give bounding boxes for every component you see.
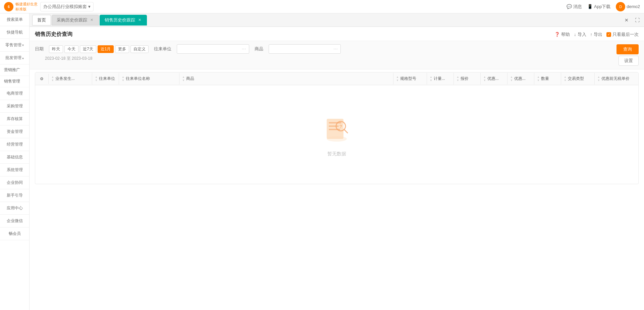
sidebar-item-business[interactable]: 经营管理: [0, 138, 29, 151]
th-quantity[interactable]: ▲▼ 数量: [534, 73, 561, 85]
th-goods[interactable]: ▲▼ 商品: [179, 73, 393, 85]
sidebar-item-retail-mgmt[interactable]: 零售管理 ▾: [0, 39, 29, 52]
filter-left: 日期 昨天 今天 近7天 近1月 更多 自定义 往来单位 ···: [35, 44, 341, 61]
only-last-checkbox[interactable]: ✓: [606, 32, 611, 37]
empty-illustration: ?: [320, 112, 354, 146]
query-button[interactable]: 查询: [616, 44, 639, 54]
partner-input[interactable]: [177, 45, 239, 53]
tab-expand-btn[interactable]: ⛶: [633, 16, 641, 24]
sidebar-item-vip[interactable]: 畅会员: [0, 227, 29, 240]
th-gear[interactable]: ⚙: [35, 74, 49, 84]
th-quote[interactable]: ▲▼ 报价: [454, 73, 481, 85]
svg-text:6: 6: [8, 5, 10, 9]
th-discount2[interactable]: ▲▼ 优惠...: [507, 73, 534, 85]
main-layout: 搜索菜单 快捷导航 零售管理 ▾ 批发管理 ▴ 营销推广 销售管理 电商管理 采…: [0, 13, 644, 310]
th-pre-tax-price[interactable]: ▲▼ 优惠前无税单价: [595, 73, 638, 85]
logo-icon: 6: [4, 2, 13, 11]
date-btn-7days[interactable]: 近7天: [80, 45, 96, 53]
date-btn-1month[interactable]: 近1月: [98, 45, 114, 53]
svg-rect-4: [329, 122, 341, 123]
sidebar-item-enterprise-collab[interactable]: 企业协同: [0, 176, 29, 189]
sidebar: 搜索菜单 快捷导航 零售管理 ▾ 批发管理 ▴ 营销推广 销售管理 电商管理 采…: [0, 13, 30, 310]
sidebar-item-app-center[interactable]: 应用中心: [0, 202, 29, 215]
sort-arrows-discount2: ▲▼: [510, 75, 513, 82]
user-area[interactable]: D demo2: [616, 2, 640, 11]
sidebar-item-ecommerce[interactable]: 电商管理: [0, 87, 29, 100]
chevron-down-icon: ▾: [88, 4, 91, 9]
message-icon: 💬: [567, 4, 572, 9]
partner-label: 往来单位: [154, 46, 171, 52]
sort-arrows-biz-date: ▲▼: [51, 75, 54, 82]
sort-arrows-quantity: ▲▼: [537, 75, 540, 82]
sidebar-item-system[interactable]: 系统管理: [0, 164, 29, 176]
sort-arrows-quote: ▲▼: [457, 75, 459, 82]
th-spec[interactable]: ▲▼ 规格型号: [393, 73, 427, 85]
export-btn[interactable]: ↑ 导出: [590, 32, 603, 38]
avatar: D: [616, 2, 625, 11]
sidebar-item-wholesale-mgmt[interactable]: 批发管理 ▴: [0, 52, 29, 64]
tab-home[interactable]: 首页: [32, 15, 51, 25]
goods-label: 商品: [255, 46, 263, 52]
only-last-checkbox-wrapper[interactable]: ✓ 只看最后一次: [606, 32, 639, 38]
date-label: 日期: [35, 46, 44, 52]
svg-text:?: ?: [339, 124, 342, 129]
svg-line-8: [344, 130, 347, 133]
goods-input-dots[interactable]: ···: [331, 45, 340, 53]
sort-arrows-partner-name: ▲▼: [122, 75, 124, 82]
th-partner-name[interactable]: ▲▼ 往来单位名称: [119, 73, 179, 85]
sidebar-item-enterprise-wechat[interactable]: 企业微信: [0, 215, 29, 227]
date-filter-row: 日期 昨天 今天 近7天 近1月 更多 自定义 往来单位 ···: [35, 44, 341, 54]
th-discount1[interactable]: ▲▼ 优惠...: [481, 73, 507, 85]
sidebar-item-newbie[interactable]: 新手引导: [0, 189, 29, 202]
tab-bar: 首页 采购历史价跟踪 ✕ 销售历史价跟踪 ✕ ✕ ⛶: [30, 13, 644, 27]
tab-close-purchase[interactable]: ✕: [89, 18, 94, 22]
content-area: 首页 采购历史价跟踪 ✕ 销售历史价跟踪 ✕ ✕ ⛶ 销售历史价查询: [30, 13, 644, 310]
sidebar-item-finance[interactable]: 资金管理: [0, 125, 29, 138]
sidebar-item-marketing[interactable]: 营销推广: [0, 64, 29, 76]
page-header-actions: ❓ 帮助 ↓ 导入 ↑ 导出 ✓ 只看最后一次: [554, 32, 639, 38]
empty-state: ? 暂无数据: [35, 85, 638, 184]
chevron-down-icon: ▾: [22, 43, 24, 47]
sort-arrows-unit: ▲▼: [430, 75, 432, 82]
th-partner-code[interactable]: ▲▼ 往来单位: [92, 73, 119, 85]
sort-arrows-partner-code: ▲▼: [95, 75, 98, 82]
gear-icon: ⚙: [40, 76, 44, 81]
tab-sales-history[interactable]: 销售历史价跟踪 ✕: [100, 15, 147, 25]
import-btn[interactable]: ↓ 导入: [574, 32, 586, 38]
date-btn-custom[interactable]: 自定义: [130, 45, 149, 53]
sidebar-item-basic-info[interactable]: 基础信息: [0, 151, 29, 164]
sidebar-item-inventory[interactable]: 库存核算: [0, 113, 29, 125]
header-right: 💬 消息 📱 App下载 D demo2: [567, 2, 640, 11]
th-unit[interactable]: ▲▼ 计量...: [427, 73, 454, 85]
sidebar-item-purchase[interactable]: 采购管理: [0, 100, 29, 113]
sidebar-item-sales-mgmt[interactable]: 销售管理: [0, 76, 29, 87]
header-left: 6 畅捷通好生意 标准版 办公用品行业模拟账套 ▾: [4, 2, 94, 11]
page-title: 销售历史价查询: [35, 31, 72, 38]
sidebar-item-search-menu[interactable]: 搜索菜单: [0, 13, 29, 26]
th-biz-date[interactable]: ▲▼ 业务发生...: [49, 73, 92, 85]
settings-button[interactable]: 设置: [619, 56, 639, 66]
chevron-up-icon: ▴: [22, 56, 24, 60]
app-download-btn[interactable]: 📱 App下载: [587, 4, 610, 10]
date-btn-yesterday[interactable]: 昨天: [49, 45, 63, 53]
tab-close-all-btn[interactable]: ✕: [623, 16, 631, 24]
date-btn-more[interactable]: 更多: [115, 45, 129, 53]
goods-input[interactable]: [269, 45, 331, 53]
logo-area: 6 畅捷通好生意 标准版: [4, 2, 38, 11]
filter-right: 查询 设置: [616, 44, 639, 66]
th-trade-type[interactable]: ▲▼ 交易类型: [561, 73, 595, 85]
filter-area: 日期 昨天 今天 近7天 近1月 更多 自定义 往来单位 ···: [30, 41, 644, 69]
help-btn[interactable]: ❓ 帮助: [554, 32, 570, 38]
partner-input-dots[interactable]: ···: [239, 45, 249, 53]
app-selector[interactable]: 办公用品行业模拟账套 ▾: [40, 2, 94, 11]
tab-close-sales[interactable]: ✕: [137, 18, 142, 22]
message-btn[interactable]: 💬 消息: [567, 4, 582, 10]
export-icon: ↑: [590, 32, 593, 37]
empty-text: 暂无数据: [327, 151, 346, 157]
partner-input-wrapper: ···: [177, 44, 249, 54]
page-content: 销售历史价查询 ❓ 帮助 ↓ 导入 ↑ 导出 ✓: [30, 27, 644, 310]
table-header: ⚙ ▲▼ 业务发生... ▲▼ 往来单位 ▲▼ 往来单位名称: [35, 72, 638, 85]
sidebar-item-quick-nav[interactable]: 快捷导航: [0, 26, 29, 39]
date-btn-today[interactable]: 今天: [64, 45, 78, 53]
tab-purchase-history[interactable]: 采购历史价跟踪 ✕: [52, 15, 99, 25]
